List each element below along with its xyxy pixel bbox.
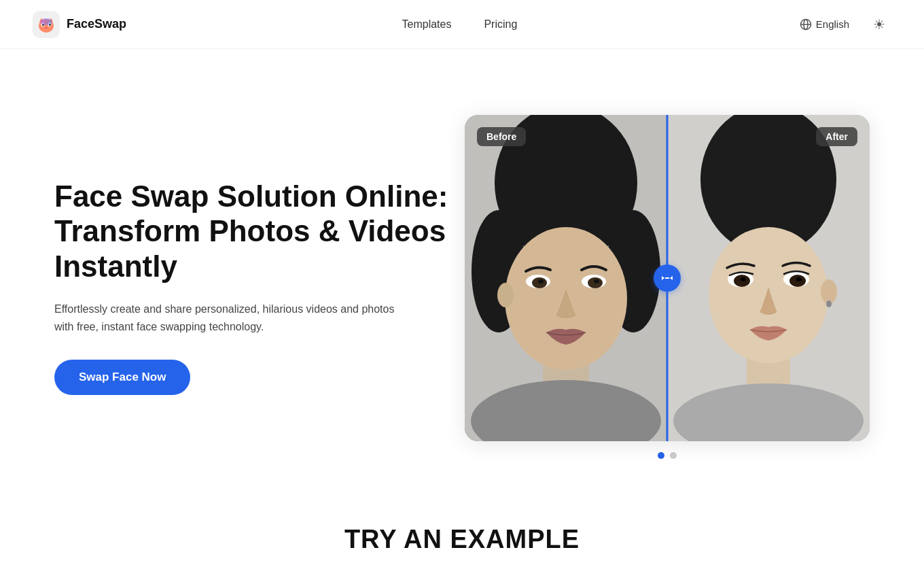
carousel-dot-1[interactable] (658, 452, 664, 459)
after-image (667, 115, 870, 441)
swap-face-now-button[interactable]: Swap Face Now (54, 360, 190, 395)
hero-title: Face Swap Solution Online: Transform Pho… (54, 179, 448, 285)
hero-section: Face Swap Solution Online: Transform Pho… (0, 49, 924, 511)
svg-point-39 (826, 300, 832, 307)
after-portrait-svg (667, 115, 870, 441)
nav-right: English ☀ (793, 12, 891, 37)
globe-icon (800, 18, 812, 31)
try-example-title: TRY AN EXAMPLE (0, 525, 924, 554)
language-label: English (816, 18, 849, 30)
site-header: FaceSwap Templates Pricing English ☀ (0, 0, 924, 49)
svg-point-6 (46, 27, 48, 29)
after-label: After (816, 127, 857, 146)
logo-icon (33, 11, 60, 38)
carousel-dot-2[interactable] (670, 452, 677, 459)
before-portrait-svg (465, 115, 667, 441)
compare-drag-handle[interactable] (654, 264, 681, 292)
compare-card: Before After (465, 115, 870, 441)
svg-point-37 (796, 277, 802, 281)
before-image (465, 115, 667, 441)
theme-icon: ☀ (873, 16, 885, 33)
compare-wrapper: Before After (465, 115, 870, 459)
theme-toggle-button[interactable]: ☀ (867, 12, 891, 37)
svg-point-24 (538, 279, 544, 284)
nav-pricing[interactable]: Pricing (484, 18, 517, 31)
drag-handle-icon (660, 273, 674, 283)
logo[interactable]: FaceSwap (33, 11, 126, 38)
svg-point-36 (741, 277, 746, 281)
svg-point-25 (594, 279, 599, 284)
before-label: Before (477, 127, 526, 146)
logo-text: FaceSwap (67, 17, 126, 31)
try-example-section: TRY AN EXAMPLE (0, 511, 924, 581)
svg-point-26 (497, 283, 514, 307)
main-nav: Templates Pricing (402, 18, 518, 31)
nav-templates[interactable]: Templates (402, 18, 452, 31)
carousel-dots (658, 452, 677, 459)
svg-point-9 (40, 18, 52, 25)
hero-text-block: Face Swap Solution Online: Transform Pho… (54, 179, 448, 396)
hero-description: Effortlessly create and share personaliz… (54, 300, 408, 335)
language-button[interactable]: English (793, 14, 856, 35)
